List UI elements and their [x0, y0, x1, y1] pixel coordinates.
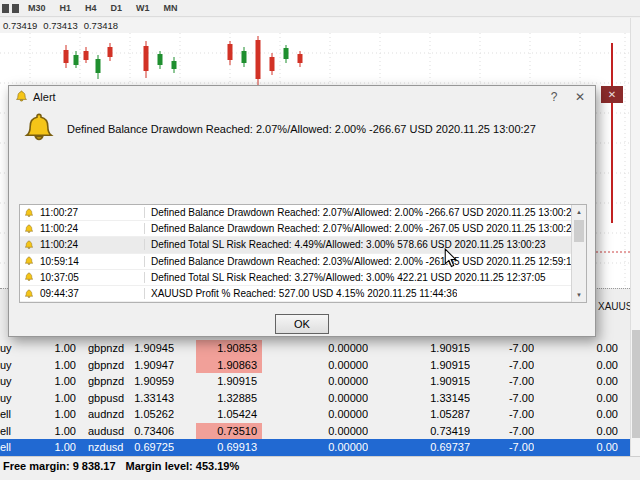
table-row[interactable]: ell 1.00 audusd 0.73406 0.73510 0.00000 …: [0, 423, 630, 440]
scroll-up-icon[interactable]: ▲: [572, 205, 586, 219]
cell-current-price: 1.33145: [410, 390, 470, 407]
alert-message: Defined Balance Drawdown Reached: 2.07%/…: [144, 207, 571, 218]
bell-icon: [15, 90, 28, 103]
cell-order-type: uy: [0, 390, 18, 407]
cell-commission: -7.00: [478, 406, 534, 423]
cell-order-type: uy: [0, 357, 18, 374]
table-row[interactable]: uy 1.00 gbpnzd 1.90947 1.90863 0.00000 1…: [0, 357, 630, 374]
metatrader-window: M30 H1 H4 D1 W1 MN 0.73419 0.73413 0.734…: [0, 0, 640, 480]
cell-swap: 0.00: [556, 357, 618, 374]
bell-icon: [24, 224, 34, 234]
cell-current-price: 1.90915: [410, 373, 470, 390]
cell-current-price: 0.69737: [410, 439, 470, 456]
window-close-button[interactable]: ✕: [601, 86, 623, 103]
cell-swap: 0.00: [556, 406, 618, 423]
cell-stop-loss: 1.90915: [196, 373, 262, 390]
cell-order-type: ell: [0, 423, 18, 440]
toolbar-icon[interactable]: [2, 4, 9, 13]
alert-list-item[interactable]: 10:37:05 Defined Total SL Risk Reached: …: [20, 270, 571, 286]
table-row[interactable]: uy 1.00 gbpnzd 1.90959 1.90915 0.00000 1…: [0, 373, 630, 390]
alert-message: Defined Total SL Risk Reached: 4.49%/All…: [144, 239, 546, 250]
cell-stop-loss: 1.32885: [196, 390, 262, 407]
timeframe-button[interactable]: H1: [54, 1, 78, 16]
alert-message: XAUUSD Profit % Reached: 527.00 USD 4.15…: [144, 288, 457, 299]
toolbar-icon[interactable]: [12, 4, 19, 13]
cell-order-type: uy: [0, 340, 18, 357]
cell-order-type: uy: [0, 373, 18, 390]
close-icon[interactable]: ✕: [567, 87, 593, 107]
list-scrollbar[interactable]: ▲ ▼: [571, 205, 586, 302]
cell-take-profit: 0.00000: [308, 423, 368, 440]
alert-message: Defined Total SL Risk Reached: 3.27%/All…: [144, 272, 546, 283]
alert-list-item[interactable]: 09:44:37 XAUUSD Profit % Reached: 527.00…: [20, 286, 571, 302]
alert-main-message: Defined Balance Drawdown Reached: 2.07%/…: [67, 123, 581, 135]
timeframe-button[interactable]: W1: [130, 1, 156, 16]
table-row[interactable]: ell 1.00 audnzd 1.05262 1.05424 0.00000 …: [0, 406, 630, 423]
cell-commission: -7.00: [478, 390, 534, 407]
cell-stop-loss: 1.90853: [196, 340, 262, 357]
alert-list-item[interactable]: 11:00:27 Defined Balance Drawdown Reache…: [20, 205, 571, 221]
alert-bell-icon: [23, 112, 55, 144]
list-scrollbar-thumb[interactable]: [574, 220, 584, 242]
cell-take-profit: 0.00000: [308, 390, 368, 407]
timeframe-button[interactable]: M30: [22, 1, 52, 16]
ok-button[interactable]: OK: [275, 314, 329, 334]
cell-open-price: 1.90959: [120, 373, 174, 390]
cell-swap: 0.00: [556, 390, 618, 407]
cell-swap: 0.00: [556, 340, 618, 357]
free-margin-value: Free margin: 9 838.17: [3, 460, 116, 480]
table-row[interactable]: uy 1.00 gbpnzd 1.90945 1.90853 0.00000 1…: [0, 340, 630, 357]
timeframe-button[interactable]: H4: [79, 1, 103, 16]
alert-list-item[interactable]: 11:00:24 Defined Total SL Risk Reached: …: [20, 237, 571, 253]
cell-size: 1.00: [30, 423, 76, 440]
cell-stop-loss: 0.69913: [196, 439, 262, 456]
alert-list-item[interactable]: 11:00:24 Defined Balance Drawdown Reache…: [20, 221, 571, 237]
bell-icon: [24, 240, 34, 250]
cell-swap: 0.00: [556, 373, 618, 390]
cell-commission: -7.00: [478, 423, 534, 440]
alert-list-item[interactable]: 10:59:14 Defined Balance Drawdown Reache…: [20, 254, 571, 270]
vertical-scrollbar[interactable]: [630, 18, 640, 456]
bell-icon: [24, 256, 34, 266]
cell-size: 1.00: [30, 390, 76, 407]
cell-size: 1.00: [30, 373, 76, 390]
cell-open-price: 1.90947: [120, 357, 174, 374]
cell-open-price: 0.73406: [120, 423, 174, 440]
cell-open-price: 1.05262: [120, 406, 174, 423]
alert-dialog: Alert ? ✕ Defined Balance Drawdown Reach…: [8, 85, 596, 337]
positions-table: uy 1.00 gbpnzd 1.90945 1.90853 0.00000 1…: [0, 340, 630, 456]
quote-strip: 0.73419 0.73413 0.73418: [0, 18, 640, 33]
alert-time: 10:37:05: [40, 272, 144, 283]
cell-open-price: 1.90945: [120, 340, 174, 357]
quote-value: 0.73419: [3, 18, 37, 33]
cell-open-price: 0.69725: [120, 439, 174, 456]
table-row[interactable]: uy 1.00 gbpusd 1.33143 1.32885 0.00000 1…: [0, 390, 630, 407]
cell-commission: -7.00: [478, 439, 534, 456]
cell-take-profit: 0.00000: [308, 357, 368, 374]
bell-icon: [24, 289, 34, 299]
alert-list-box: 11:00:27 Defined Balance Drawdown Reache…: [19, 204, 587, 303]
cell-commission: -7.00: [478, 373, 534, 390]
dialog-title-bar[interactable]: Alert ? ✕: [9, 86, 595, 107]
timeframe-button[interactable]: MN: [158, 1, 184, 16]
alert-list: 11:00:27 Defined Balance Drawdown Reache…: [20, 205, 571, 302]
cell-size: 1.00: [30, 340, 76, 357]
cell-take-profit: 0.00000: [308, 439, 368, 456]
cell-order-type: ell: [0, 406, 18, 423]
table-row[interactable]: ell 1.00 nzdusd 0.69725 0.69913 0.00000 …: [0, 439, 630, 456]
alert-time: 10:59:14: [40, 256, 144, 267]
margin-level-value: Margin level: 453.19%: [126, 460, 240, 480]
quote-value: 0.73413: [43, 18, 77, 33]
cell-stop-loss: 0.73510: [196, 423, 262, 440]
alert-time: 09:44:37: [40, 288, 144, 299]
alert-message: Defined Balance Drawdown Reached: 2.03%/…: [144, 256, 571, 267]
timeframe-toolbar: M30 H1 H4 D1 W1 MN: [0, 0, 640, 17]
cell-size: 1.00: [30, 406, 76, 423]
scroll-down-icon[interactable]: ▼: [572, 288, 586, 302]
scrollbar-thumb[interactable]: [632, 330, 640, 438]
cell-swap: 0.00: [556, 423, 618, 440]
help-button[interactable]: ?: [541, 87, 567, 107]
timeframe-button[interactable]: D1: [105, 1, 129, 16]
alert-time: 11:00:24: [40, 223, 144, 234]
cell-current-price: 0.73419: [410, 423, 470, 440]
